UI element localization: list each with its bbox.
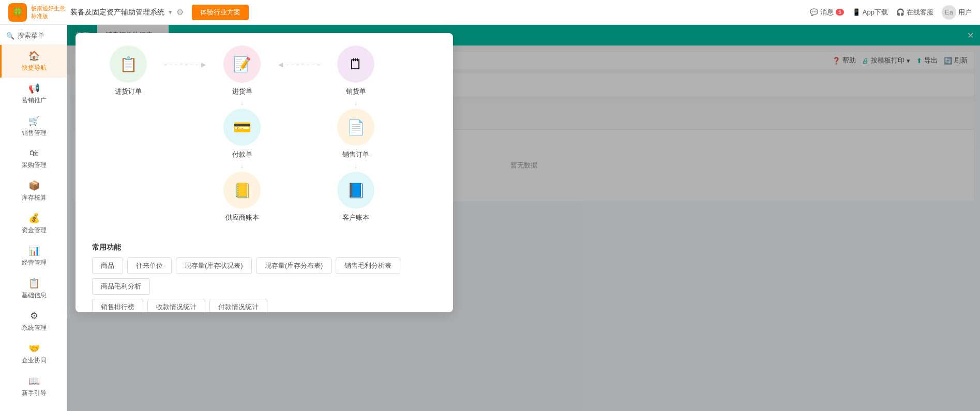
sidebar-item-newbie[interactable]: 📖 新手引导 (0, 370, 67, 403)
arrow-down-purchase: ↓ (240, 96, 244, 109)
supplier-ledger-label: 供应商账本 (225, 213, 259, 222)
cf-row-1: 商品 往来单位 现存量(库存状况表) 现存量(库存分布表) 销售毛利分析表 商品… (92, 257, 436, 295)
avatar: Ea (942, 5, 956, 20)
sidebar-item-inventory[interactable]: 📦 库存核算 (0, 175, 67, 207)
logo-icon: 🍀 (8, 3, 27, 22)
system-dropdown-icon[interactable]: ▾ (169, 8, 172, 16)
purchase-circle: 📝 (223, 45, 261, 83)
wf-node-purchase[interactable]: 📝 进货单 (206, 45, 278, 96)
download-icon: 📱 (852, 8, 861, 16)
sidebar-item-finance[interactable]: 💰 资金管理 (0, 207, 67, 240)
sidebar-item-collab[interactable]: 🤝 企业协同 (0, 338, 67, 370)
wf-node-payment-out[interactable]: 💳 付款单 (206, 109, 278, 159)
popup-content: 📋 进货订单 ▶ 📝 进货单 ◀ (76, 33, 453, 312)
service-icon: 🎧 (896, 8, 904, 16)
payment-out-circle: 💳 (223, 109, 261, 146)
finance-icon: 💰 (28, 212, 40, 224)
arrow-down-sales-order: ↓ (354, 96, 358, 109)
message-badge: 5 (836, 9, 844, 16)
experience-button[interactable]: 体验行业方案 (192, 5, 249, 20)
logo: 🍀 畅康通好生意 标准版 (8, 3, 70, 22)
cf-btn-stock-status[interactable]: 现存量(库存状况表) (176, 257, 252, 274)
system-name: 装备及固定资产辅助管理系统 (70, 8, 164, 17)
wf-node-sales-bill[interactable]: 🗒 销货单 (320, 45, 392, 96)
wf-node-supplier-ledger[interactable]: 📒 供应商账本 (206, 172, 278, 222)
purchase-order-circle: 📋 (110, 45, 147, 83)
basic-icon: 📋 (28, 278, 40, 289)
cf-btn-goods[interactable]: 商品 (92, 257, 123, 274)
arrow-down-payment-out: ↓ (240, 159, 244, 172)
sales-order-label: 销售订单 (342, 150, 369, 159)
purchase-icon: 🛍 (29, 148, 39, 159)
popup-overlay[interactable]: 📋 进货订单 ▶ 📝 进货单 ◀ (67, 25, 980, 411)
app-container: 🍀 畅康通好生意 标准版 装备及固定资产辅助管理系统 ▾ ⚙ 体验行业方案 💬 … (0, 0, 980, 411)
sidebar-search[interactable]: 🔍 搜索菜单 (0, 25, 67, 45)
sales-bill-label: 销货单 (346, 87, 366, 96)
online-service-action[interactable]: 🎧 在线客服 (896, 8, 933, 17)
inventory-icon: 📦 (28, 180, 40, 191)
wf-node-sales-order[interactable]: 📄 销售订单 (320, 109, 392, 159)
cf-title: 常用功能 (92, 243, 436, 252)
marketing-icon: 📢 (28, 83, 40, 94)
system-info: 装备及固定资产辅助管理系统 ▾ ⚙ 体验行业方案 (70, 5, 810, 20)
common-functions: 常用功能 商品 往来单位 现存量(库存状况表) 现存量(库存分布表) 销售毛利分… (92, 243, 436, 312)
customer-ledger-label: 客户账本 (342, 213, 369, 222)
sidebar-item-sales[interactable]: 🛒 销售管理 (0, 110, 67, 143)
search-icon: 🔍 (6, 32, 14, 40)
sales-icon: 🛒 (28, 115, 40, 127)
purchase-order-label: 进货订单 (115, 87, 142, 96)
wf-arrow-2: ◀ (278, 61, 320, 68)
wf-node-purchase-order[interactable]: 📋 进货订单 (92, 45, 164, 96)
top-bar: 🍀 畅康通好生意 标准版 装备及固定资产辅助管理系统 ▾ ⚙ 体验行业方案 💬 … (0, 0, 980, 25)
settings-icon[interactable]: ⚙ (176, 7, 184, 17)
customer-ledger-circle: 📘 (337, 172, 374, 209)
sidebar-item-marketing[interactable]: 📢 营销推广 (0, 78, 67, 110)
sidebar-item-quick-nav[interactable]: 🏠 快捷导航 (0, 45, 67, 78)
quick-nav-icon: 🏠 (28, 50, 40, 62)
cf-btn-payment-stats[interactable]: 付款情况统计 (209, 299, 267, 312)
sales-order-circle: 📄 (337, 109, 374, 146)
wf-arrow-1: ▶ (164, 61, 206, 68)
sidebar: 🔍 搜索菜单 🏠 快捷导航 📢 营销推广 🛒 销售管理 🛍 采购管理 📦 (0, 25, 67, 411)
cf-btn-goods-margin[interactable]: 商品毛利分析 (92, 278, 150, 295)
sidebar-item-operations[interactable]: 📊 经营管理 (0, 240, 67, 272)
sidebar-item-purchase[interactable]: 🛍 采购管理 (0, 143, 67, 175)
workflow-diagram: 📋 进货订单 ▶ 📝 进货单 ◀ (92, 45, 436, 235)
payment-out-label: 付款单 (232, 150, 252, 159)
cf-row-2: 销售排行榜 收款情况统计 付款情况统计 (92, 299, 436, 312)
arrow-down-payment-in: ↓ (354, 159, 358, 172)
message-icon: 💬 (810, 8, 818, 16)
sales-bill-circle: 🗒 (337, 45, 374, 83)
top-bar-right: 💬 消息 5 📱 App下载 🎧 在线客服 Ea 用户 (810, 5, 972, 20)
operations-icon: 📊 (28, 245, 40, 256)
cf-btn-sales-analysis[interactable]: 销售毛利分析表 (336, 257, 400, 274)
cf-btn-stock-dist[interactable]: 现存量(库存分布表) (256, 257, 332, 274)
sidebar-item-system[interactable]: ⚙ 系统管理 (0, 305, 67, 338)
collab-icon: 🤝 (28, 343, 40, 354)
cf-btn-partners[interactable]: 往来单位 (127, 257, 172, 274)
logo-text: 畅康通好生意 标准版 (31, 5, 65, 20)
purchase-label: 进货单 (232, 87, 252, 96)
cf-btn-sales-rank[interactable]: 销售排行榜 (92, 299, 143, 312)
system-icon: ⚙ (30, 310, 38, 322)
message-action[interactable]: 💬 消息 5 (810, 8, 844, 17)
app-download-action[interactable]: 📱 App下载 (852, 8, 888, 17)
wf-node-customer-ledger[interactable]: 📘 客户账本 (320, 172, 392, 222)
popup-box: 📋 进货订单 ▶ 📝 进货单 ◀ (76, 33, 453, 312)
cf-btn-receipt-stats[interactable]: 收款情况统计 (147, 299, 205, 312)
supplier-ledger-circle: 📒 (223, 172, 261, 209)
sidebar-item-basic[interactable]: 📋 基础信息 (0, 272, 67, 305)
newbie-icon: 📖 (28, 375, 40, 387)
user-action[interactable]: Ea 用户 (942, 5, 972, 20)
